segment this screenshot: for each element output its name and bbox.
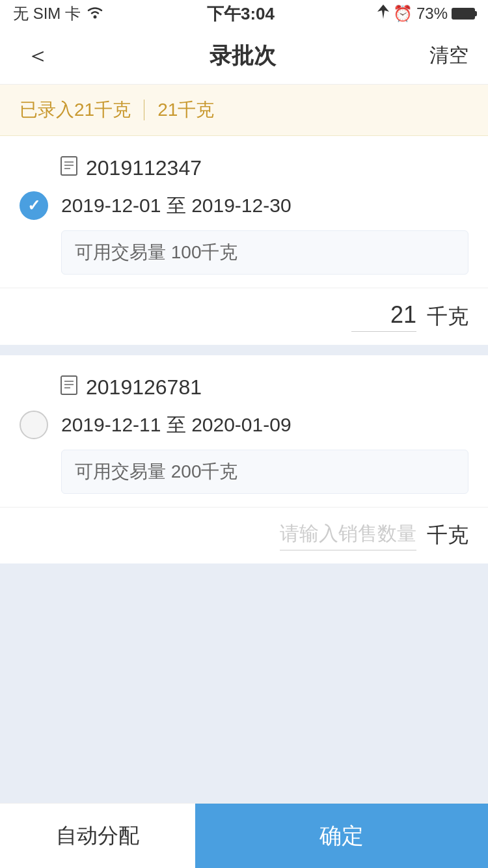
carrier-text: 无 SIM 卡	[13, 3, 81, 24]
batch-date-1: 2019-12-01 至 2019-12-30	[61, 193, 291, 219]
battery-percent: 73%	[416, 5, 448, 23]
batch-card-1: 2019112347 2019-12-01 至 2019-12-30 可用交易量…	[0, 136, 488, 288]
batch-date-row-2[interactable]: 2019-12-11 至 2020-01-09	[20, 411, 468, 439]
status-time: 下午3:04	[207, 3, 275, 25]
radio-selected-1[interactable]	[20, 191, 48, 220]
bottom-bar: 自动分配 确定	[0, 803, 488, 868]
qty-placeholder-2: 请输入销售数量	[280, 522, 416, 544]
status-right: ⏰ 73%	[377, 5, 475, 23]
svg-rect-1	[61, 157, 77, 175]
qty-unit-1: 千克	[427, 303, 468, 331]
batch-date-row-1[interactable]: 2019-12-01 至 2019-12-30	[20, 191, 468, 220]
status-left: 无 SIM 卡	[13, 3, 104, 24]
qty-underline-2[interactable]: 请输入销售数量	[280, 521, 416, 550]
svg-rect-5	[61, 376, 77, 394]
batch-icon-1	[59, 156, 79, 181]
svg-point-0	[94, 16, 97, 19]
batch-card-2: 2019126781 2019-12-11 至 2020-01-09 可用交易量…	[0, 355, 488, 507]
section-divider	[0, 345, 488, 355]
banner-divider	[144, 100, 144, 120]
clear-button[interactable]: 清空	[429, 42, 468, 69]
back-button[interactable]: ＜	[20, 33, 56, 78]
info-banner: 已录入21千克 21千克	[0, 85, 488, 136]
status-bar: 无 SIM 卡 下午3:04 ⏰ 73%	[0, 0, 488, 27]
qty-underline-1: 21	[351, 301, 416, 332]
batch-id-2: 2019126781	[86, 375, 202, 400]
battery-icon	[452, 8, 475, 20]
batch-id-row-1: 2019112347	[20, 156, 468, 181]
available-qty-1: 可用交易量 100千克	[61, 230, 468, 275]
auto-distribute-button[interactable]: 自动分配	[0, 804, 195, 868]
qty-placeholder-row-2[interactable]: 请输入销售数量 千克	[0, 507, 488, 563]
available-qty-2: 可用交易量 200千克	[61, 450, 468, 494]
empty-area	[0, 563, 488, 824]
location-icon	[377, 5, 389, 23]
radio-unselected-2[interactable]	[20, 411, 48, 439]
batch-id-1: 2019112347	[86, 156, 202, 180]
qty-unit-2: 千克	[427, 521, 468, 550]
page-title: 录批次	[210, 41, 276, 71]
recorded-label: 已录入21千克	[20, 98, 131, 122]
qty-input-row-1[interactable]: 21 千克	[0, 288, 488, 345]
batch-icon-2	[59, 375, 79, 400]
recorded-value: 21千克	[157, 98, 214, 122]
batch-date-2: 2019-12-11 至 2020-01-09	[61, 412, 291, 439]
qty-value-1: 21	[390, 301, 416, 328]
wifi-icon	[86, 5, 104, 23]
batch-id-row-2: 2019126781	[20, 375, 468, 400]
alarm-icon: ⏰	[393, 5, 413, 23]
confirm-button[interactable]: 确定	[195, 804, 488, 868]
nav-bar: ＜ 录批次 清空	[0, 27, 488, 85]
